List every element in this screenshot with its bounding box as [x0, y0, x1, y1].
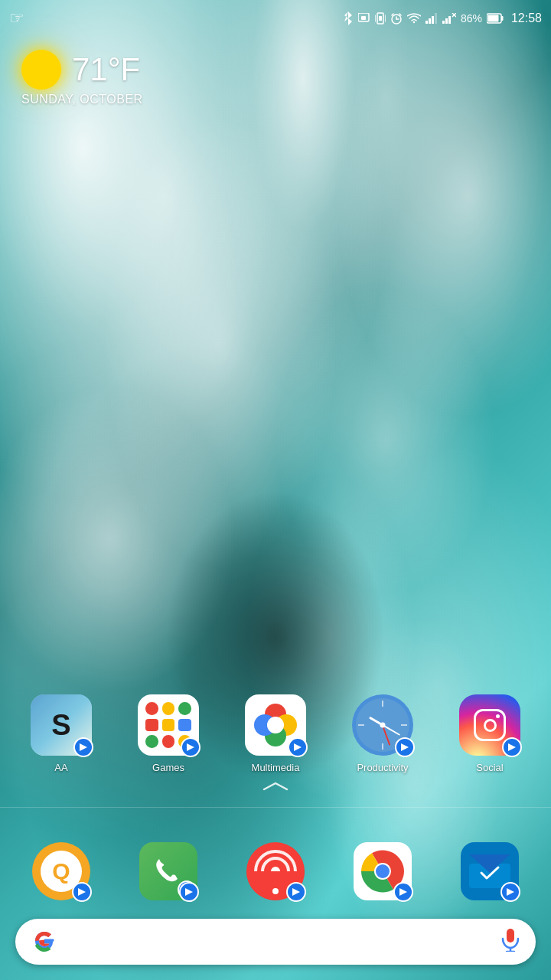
productivity-video-badge [395, 737, 415, 757]
chrome-video-badge [393, 882, 413, 902]
bottom-dock: Q [0, 830, 551, 913]
date-text: SUNDAY, OCTOBER [21, 93, 143, 106]
status-right: 86% 12:58 [343, 11, 542, 25]
battery-percent: 86% [461, 12, 482, 24]
google-logo [31, 928, 58, 956]
app-games[interactable]: Games [138, 694, 199, 773]
inbox-video-badge [500, 882, 520, 902]
signal-icon [425, 13, 438, 24]
status-bar: ☞ [0, 0, 551, 37]
temperature: 71°F [72, 51, 140, 88]
svg-line-9 [392, 14, 393, 15]
social-label: Social [476, 762, 503, 773]
bluetooth-icon [343, 11, 354, 25]
app-pocket-casts[interactable] [246, 842, 305, 900]
app-allo[interactable]: Q [32, 842, 90, 900]
app-social[interactable]: Social [459, 694, 520, 773]
app-inbox[interactable] [461, 842, 519, 900]
battery-icon [487, 13, 504, 24]
svg-rect-16 [445, 18, 448, 24]
svg-rect-3 [379, 16, 382, 21]
games-label: Games [152, 762, 184, 773]
svg-point-25 [376, 864, 390, 878]
alarm-icon [390, 12, 403, 24]
games-video-badge [181, 737, 201, 757]
multimedia-video-badge [288, 737, 308, 757]
svg-rect-27 [507, 929, 514, 942]
svg-rect-17 [448, 16, 451, 24]
touch-icon: ☞ [9, 8, 24, 28]
dock-separator [0, 807, 551, 808]
aa-label: AA [54, 762, 67, 773]
svg-rect-21 [501, 16, 504, 21]
vibrate-icon [375, 11, 386, 25]
no-signal-icon [442, 13, 456, 24]
main-apps-row: S AA [0, 694, 551, 773]
svg-rect-12 [429, 18, 431, 24]
app-aa[interactable]: S AA [31, 694, 92, 773]
social-video-badge [502, 737, 522, 757]
app-chrome[interactable] [354, 842, 412, 900]
app-phone[interactable] [139, 842, 197, 900]
svg-rect-11 [425, 21, 428, 24]
mic-icon[interactable] [500, 929, 520, 955]
search-bar[interactable] [15, 919, 536, 965]
multimedia-label: Multimedia [252, 762, 300, 773]
drawer-handle[interactable] [260, 779, 291, 796]
status-left: ☞ [9, 8, 28, 28]
svg-rect-15 [442, 21, 445, 24]
svg-rect-1 [361, 16, 366, 20]
clock-time: 12:58 [511, 11, 542, 25]
weather-widget: 71°F SUNDAY, OCTOBER [21, 50, 143, 106]
app-multimedia[interactable]: Multimedia [245, 694, 306, 773]
aa-video-badge [73, 737, 93, 757]
productivity-label: Productivity [357, 762, 408, 773]
svg-rect-14 [435, 13, 437, 24]
svg-rect-22 [487, 15, 498, 22]
svg-rect-13 [432, 16, 434, 24]
allo-video-badge [72, 882, 92, 902]
svg-line-10 [399, 14, 401, 15]
app-productivity[interactable]: Productivity [352, 694, 413, 773]
nfc-icon [358, 13, 370, 24]
pocketcasts-video-badge [286, 882, 306, 902]
sun-icon [21, 50, 61, 90]
wifi-icon [407, 13, 421, 24]
